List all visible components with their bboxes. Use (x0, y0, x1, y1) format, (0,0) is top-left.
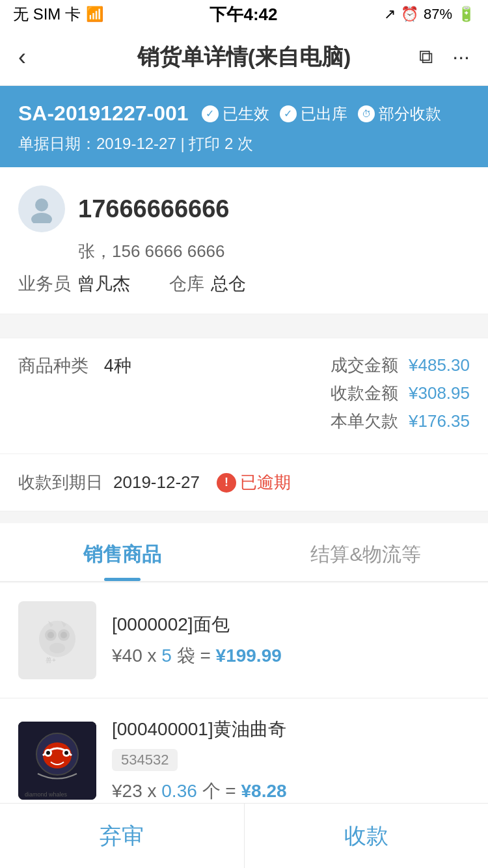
product-total-1: ¥199.99 (216, 645, 282, 666)
order-meta: 单据日期：2019-12-27 | 打印 2 次 (18, 133, 470, 154)
tabs-row: 销售商品 结算&物流等 (0, 523, 488, 581)
product-multiply-1: x (148, 645, 162, 666)
svg-point-7 (49, 643, 65, 653)
amount-label-3: 本单欠款 (331, 410, 398, 433)
product-total-2: ¥8.28 (241, 781, 286, 801)
order-id: SA-20191227-001 (18, 102, 189, 126)
svg-point-6 (61, 632, 67, 638)
warehouse-value: 总仓 (211, 272, 246, 295)
overdue-badge: ! 已逾期 (210, 468, 297, 496)
warehouse-label: 仓库 (169, 272, 204, 295)
svg-point-1 (31, 213, 52, 223)
product-price-row-2: ¥23 x 0.36 个 = ¥8.28 (112, 779, 470, 804)
check-icon-2: ✓ (280, 105, 297, 122)
badge-shipped-label: 已出库 (301, 103, 347, 124)
carrier-text: 无 SIM 卡 (13, 4, 81, 25)
status-time: 下午4:42 (210, 3, 277, 26)
product-name-1: [0000002]面包 (112, 612, 470, 637)
product-qty-1: 5 (161, 645, 172, 666)
back-button[interactable]: ‹ (12, 37, 33, 77)
amount-label-1: 成交金额 (331, 354, 398, 377)
product-name-2: [000400001]黄油曲奇 (112, 717, 470, 742)
badge-partial-label: 部分收款 (379, 103, 441, 124)
overdue-text: 已逾期 (240, 471, 291, 494)
product-price-row-1: ¥40 x 5 袋 = ¥199.99 (112, 644, 470, 668)
customer-card: 17666666666 张，156 6666 6666 业务员 曾凡杰 仓库 总… (0, 167, 488, 314)
product-unit-2: 个 (202, 781, 221, 801)
product-info-2: [000400001]黄油曲奇 534532 ¥23 x 0.36 个 = ¥8… (112, 717, 470, 804)
customer-row: 17666666666 (18, 185, 470, 232)
warehouse-item: 仓库 总仓 (169, 272, 246, 295)
due-label: 收款到期日 (18, 471, 103, 494)
product-equal-1: = (200, 645, 215, 666)
tabs-section: 销售商品 结算&物流等 (0, 523, 488, 582)
collect-button[interactable]: 收款 (245, 804, 489, 868)
battery-text: 87% (424, 6, 452, 23)
amount-label-2: 收款金额 (331, 382, 398, 405)
product-type-label: 商品种类 (18, 356, 88, 375)
tab-sales[interactable]: 销售商品 (0, 523, 244, 581)
product-count: 4种 (104, 356, 131, 375)
sales-person-value: 曾凡杰 (77, 272, 130, 295)
more-button[interactable]: ··· (452, 45, 470, 69)
sales-person-label: 业务员 (18, 272, 71, 295)
status-bar: 无 SIM 卡 📶 下午4:42 ↗ ⏰ 87% 🔋 (0, 0, 488, 29)
summary-row: 商品种类 4种 成交金额 ¥485.30 收款金额 ¥308.95 本单欠款 ¥… (18, 354, 470, 438)
wifi-icon: 📶 (86, 6, 103, 23)
amount-value-2: ¥308.95 (409, 383, 470, 403)
cancel-button[interactable]: 弃审 (0, 804, 245, 868)
battery-icon: 🔋 (457, 6, 475, 23)
summary-section: 商品种类 4种 成交金额 ¥485.30 收款金额 ¥308.95 本单欠款 ¥… (0, 338, 488, 454)
product-info-1: [0000002]面包 ¥40 x 5 袋 = ¥199.99 (112, 612, 470, 668)
summary-left: 商品种类 4种 (18, 354, 131, 377)
customer-detail-row: 业务员 曾凡杰 仓库 总仓 (18, 272, 470, 295)
product-thumb-1: 兽+ (18, 601, 96, 679)
nav-actions: ⧉ ··· (419, 45, 470, 69)
product-qty-2: 0.36 (161, 781, 197, 801)
badge-partial: ⏱ 部分收款 (358, 103, 441, 124)
svg-point-14 (46, 751, 50, 755)
summary-right: 成交金额 ¥485.30 收款金额 ¥308.95 本单欠款 ¥176.35 (331, 354, 470, 438)
customer-sub-info: 张，156 6666 6666 (18, 240, 470, 263)
bottom-bar: 弃审 收款 (0, 803, 488, 868)
overdue-icon: ! (217, 473, 236, 493)
amount-value-3: ¥176.35 (409, 411, 470, 431)
tab-sales-label: 销售商品 (83, 543, 161, 565)
check-icon-1: ✓ (202, 105, 219, 122)
due-date-value: 2019-12-27 (113, 472, 200, 493)
product-thumb-2: diamond whales (18, 722, 96, 800)
tab-settlement-label: 结算&物流等 (310, 543, 421, 565)
amount-value-1: ¥485.30 (409, 355, 470, 375)
page-title: 销货单详情(来自电脑) (137, 42, 351, 72)
svg-point-5 (47, 632, 54, 638)
status-badges: ✓ 已生效 ✓ 已出库 ⏱ 部分收款 (202, 103, 441, 124)
svg-point-15 (64, 751, 68, 755)
badge-activated-label: 已生效 (223, 103, 269, 124)
export-button[interactable]: ⧉ (419, 46, 433, 68)
avatar (18, 185, 65, 232)
product-equal-2: = (225, 781, 241, 801)
due-date-section: 收款到期日 2019-12-27 ! 已逾期 (0, 454, 488, 511)
sales-person-item: 业务员 曾凡杰 (18, 272, 130, 295)
amount-row-3: 本单欠款 ¥176.35 (331, 410, 470, 433)
badge-shipped: ✓ 已出库 (280, 103, 347, 124)
nav-bar: ‹ 销货单详情(来自电脑) ⧉ ··· (0, 29, 488, 86)
sep-1 (0, 314, 488, 326)
order-id-row: SA-20191227-001 ✓ 已生效 ✓ 已出库 ⏱ 部分收款 (18, 102, 470, 126)
clock-icon: ⏱ (358, 105, 375, 122)
product-multiply-2: x (148, 781, 162, 801)
location-icon: ↗ (384, 6, 396, 23)
badge-activated: ✓ 已生效 (202, 103, 269, 124)
svg-text:diamond whales: diamond whales (25, 791, 68, 798)
amount-row-1: 成交金额 ¥485.30 (331, 354, 470, 377)
status-right: ↗ ⏰ 87% 🔋 (384, 6, 475, 23)
customer-phone: 17666666666 (78, 195, 229, 223)
order-header: SA-20191227-001 ✓ 已生效 ✓ 已出库 ⏱ 部分收款 (0, 86, 488, 167)
product-sku-2: 534532 (112, 749, 178, 771)
tab-settlement[interactable]: 结算&物流等 (244, 523, 488, 581)
product-price-2: ¥23 (112, 781, 142, 801)
svg-text:兽+: 兽+ (46, 657, 56, 664)
svg-point-0 (35, 198, 48, 211)
product-price-1: ¥40 (112, 645, 142, 666)
alarm-icon: ⏰ (401, 6, 418, 23)
